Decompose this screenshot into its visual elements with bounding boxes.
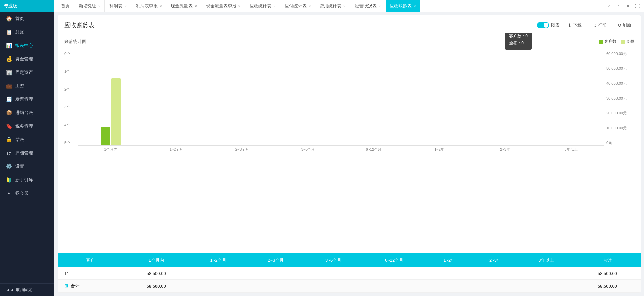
- total-1month: 58,500.00: [123, 280, 190, 293]
- cell-customer: 11: [58, 267, 123, 280]
- asset-icon: 🏢: [6, 69, 12, 76]
- close-tab-cashflow[interactable]: ×: [195, 4, 197, 8]
- bar-group-3year: [538, 51, 604, 145]
- refresh-icon: ↻: [618, 23, 621, 28]
- close-tab-profit-quarterly[interactable]: ×: [160, 4, 162, 8]
- tab-home[interactable]: 首页: [57, 0, 74, 12]
- total-12month: [190, 280, 247, 293]
- close-tab-cashflow-quarterly[interactable]: ×: [238, 4, 240, 8]
- col-header-23month: 2~3个月: [247, 253, 305, 267]
- tab-prev-button[interactable]: ‹: [605, 2, 613, 10]
- tab-profit[interactable]: 利润表 ×: [105, 0, 131, 12]
- col-header-12month: 1~2个月: [190, 253, 247, 267]
- tooltip-customer-count: 客户数：0: [509, 33, 528, 40]
- cell-612month: [362, 267, 426, 280]
- main-content: 首页 新增凭证 × 利润表 × 利润表季报 × 现金流量表 × 现金流量表季报 …: [54, 0, 644, 296]
- chart-bars: 2~3年 客户数：0 金额：0: [78, 48, 604, 146]
- sidebar-item-fund[interactable]: 💰 资金管理: [0, 52, 54, 66]
- sidebar-item-archive[interactable]: 🗂 归档管理: [0, 146, 54, 160]
- legend-amount: 金额: [621, 39, 634, 44]
- fund-icon: 💰: [6, 56, 12, 62]
- x-label-23year: 2~3年: [472, 146, 538, 152]
- x-axis-labels: 1个月内 1~2个月 2~3个月 3~6个月 6~12个月 1~2年 2~3年 …: [78, 146, 604, 152]
- total-label: ⊞ 合计: [58, 280, 123, 293]
- chart-tooltip: 2~3年 客户数：0 金额：0: [505, 33, 532, 50]
- chart-toggle[interactable]: 图表: [537, 22, 560, 28]
- total-amount: 58,500.00: [574, 280, 641, 293]
- tab-receivable-stat[interactable]: 应收统计表 ×: [246, 0, 280, 12]
- legend-green-dot: [599, 40, 603, 44]
- col-header-12year: 1~2年: [426, 253, 472, 267]
- sidebar-item-guide[interactable]: 🔰 新手引导: [0, 173, 54, 187]
- close-tab-receivable-stat[interactable]: ×: [273, 4, 275, 8]
- tab-operation-stat[interactable]: 经营状况表 ×: [351, 0, 385, 12]
- table-row: 11 58,500.00 58,500.00: [58, 267, 641, 280]
- close-tab-operation-stat[interactable]: ×: [379, 4, 381, 8]
- sidebar-item-asset[interactable]: 🏢 固定资产: [0, 66, 54, 79]
- sidebar-item-settings[interactable]: ⚙️ 设置: [0, 160, 54, 173]
- sidebar-item-close[interactable]: 🔒 结账: [0, 133, 54, 146]
- close-tab-expense-stat[interactable]: ×: [343, 4, 345, 8]
- page-content: 应收账龄表 图表 ⬇ 下载 🖨 打印 ↻ 刷新: [58, 15, 641, 293]
- cell-12month: [190, 267, 247, 280]
- tab-new-voucher[interactable]: 新增凭证 ×: [75, 0, 105, 12]
- close-tab-payable-stat[interactable]: ×: [309, 4, 311, 8]
- close-tab-profit[interactable]: ×: [124, 4, 126, 8]
- bar-group-23year: 2~3年 客户数：0 金额：0: [472, 51, 538, 145]
- aging-table: 客户 1个月内 1~2个月 2~3个月 3~6个月 6~12个月 1~2年 2~…: [58, 253, 641, 293]
- print-button[interactable]: 🖨 打印: [590, 21, 609, 30]
- member-icon: V: [6, 191, 12, 196]
- bar-green-1month: [101, 127, 110, 145]
- table-header-row: 客户 1个月内 1~2个月 2~3个月 3~6个月 6~12个月 1~2年 2~…: [58, 253, 641, 267]
- tab-cashflow[interactable]: 现金流量表 ×: [167, 0, 201, 12]
- cell-12year: [426, 267, 472, 280]
- tab-close-button[interactable]: ✕: [624, 2, 632, 10]
- total-12year: [426, 280, 472, 293]
- sidebar-item-inventory[interactable]: 📦 进销台账: [0, 106, 54, 119]
- col-header-customer: 客户: [58, 253, 123, 267]
- app-logo: 专业版: [0, 0, 54, 12]
- pin-icon: ◄◄: [6, 288, 14, 292]
- content-header: 应收账龄表 图表 ⬇ 下载 🖨 打印 ↻ 刷新: [58, 15, 641, 33]
- bar-group-23month: [210, 51, 275, 145]
- tab-nav: ‹ › ✕ ⛶: [605, 2, 641, 10]
- tab-aging-report[interactable]: 应收账龄表 ×: [386, 0, 420, 12]
- total-23month: [247, 280, 305, 293]
- invoice-icon: 🧾: [6, 96, 12, 102]
- toggle-switch-control[interactable]: [537, 22, 549, 28]
- table-total-row: ⊞ 合计 58,500.00 58,500.00: [58, 280, 641, 293]
- cursor-line: [505, 48, 505, 146]
- tab-expand-button[interactable]: ⛶: [633, 2, 641, 10]
- sidebar-item-home[interactable]: 🏠 首页: [0, 12, 54, 26]
- close-tab-aging-report[interactable]: ×: [414, 4, 416, 8]
- refresh-button[interactable]: ↻ 刷新: [615, 21, 634, 30]
- sidebar: 专业版 🏠 首页 📋 总账 📊 报表中心 💰 资金管理 🏢 固定资产 💼 工资 …: [0, 0, 54, 296]
- download-icon: ⬇: [568, 23, 572, 28]
- col-header-612month: 6~12个月: [362, 253, 426, 267]
- x-label-23month: 2~3个月: [209, 146, 275, 152]
- tab-profit-quarterly[interactable]: 利润表季报 ×: [132, 0, 166, 12]
- sidebar-item-ledger[interactable]: 📋 总账: [0, 26, 54, 39]
- total-612month: [362, 280, 426, 293]
- tab-payable-stat[interactable]: 应付统计表 ×: [281, 0, 315, 12]
- col-header-total: 合计: [574, 253, 641, 267]
- chart-legend: 客户数 金额: [599, 39, 634, 44]
- col-header-36month: 3~6个月: [305, 253, 362, 267]
- tab-expense-stat[interactable]: 费用统计表 ×: [316, 0, 350, 12]
- tab-cashflow-quarterly[interactable]: 现金流量表季报 ×: [202, 0, 245, 12]
- sidebar-item-member[interactable]: V 畅会员: [0, 187, 54, 200]
- col-header-3year: 3年以上: [518, 253, 574, 267]
- cell-23year: [472, 267, 518, 280]
- x-label-612month: 6~12个月: [341, 146, 407, 152]
- tab-next-button[interactable]: ›: [614, 2, 623, 10]
- chart-title: 账龄统计图: [64, 39, 634, 45]
- sidebar-item-tax[interactable]: 🔖 税务管理: [0, 119, 54, 133]
- bar-group-12month: [144, 51, 210, 145]
- close-tab-new-voucher[interactable]: ×: [98, 4, 100, 8]
- sidebar-item-report[interactable]: 📊 报表中心: [0, 39, 54, 52]
- sidebar-item-salary[interactable]: 💼 工资: [0, 79, 54, 93]
- download-button[interactable]: ⬇ 下载: [565, 21, 584, 30]
- toggle-pin-button[interactable]: ◄◄ 取消固定: [0, 283, 54, 296]
- salary-icon: 💼: [6, 83, 12, 89]
- sidebar-item-invoice[interactable]: 🧾 发票管理: [0, 93, 54, 106]
